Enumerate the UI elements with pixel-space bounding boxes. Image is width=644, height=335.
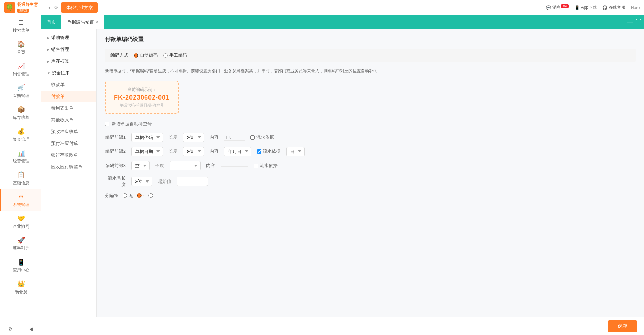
subnav-item-other-income[interactable]: 其他收入单 bbox=[41, 114, 96, 126]
sidebar-item-member[interactable]: 👑 畅会员 bbox=[0, 277, 41, 298]
serial-check-1-input[interactable] bbox=[250, 135, 255, 140]
tab-home[interactable]: 首页 bbox=[41, 15, 61, 29]
sidebar-item-purchase[interactable]: 🛒 采购管理 bbox=[0, 81, 41, 102]
serial-length-select[interactable]: 3位 bbox=[131, 177, 152, 186]
top-bar-search: ▾ ⚙ 体验行业方案 bbox=[48, 2, 543, 13]
auto-fill-checkbox[interactable] bbox=[105, 122, 109, 126]
user-info[interactable]: Nare bbox=[631, 5, 640, 10]
sidebar-item-search[interactable]: ☰ 搜索菜单 bbox=[0, 15, 41, 37]
subnav-item-pre-payment[interactable]: 预付冲应付单 bbox=[41, 138, 96, 149]
headset-icon: 🎧 bbox=[602, 5, 607, 10]
subnav-item-pre-receipt[interactable]: 预收冲应收单 bbox=[41, 126, 96, 138]
sidebar-collapse-icon[interactable]: ◀ bbox=[29, 326, 33, 332]
prefix2-select[interactable]: 单据日期 bbox=[131, 147, 163, 156]
subnav-item-payment[interactable]: 付款单 bbox=[41, 91, 96, 102]
apps-icon: 📱 bbox=[17, 258, 25, 266]
maximize-icon[interactable]: ⛶ bbox=[636, 19, 641, 25]
content2-label: 内容 bbox=[210, 148, 219, 155]
serial-row: 流水号长度 3位 起始值 bbox=[105, 175, 636, 188]
prefix2-label: 编码前缀2 bbox=[105, 148, 126, 155]
prefix3-select[interactable]: 空 bbox=[131, 161, 150, 170]
tab-expand: — ⛶ bbox=[627, 19, 644, 25]
subnav-item-receipt[interactable]: 收款单 bbox=[41, 79, 96, 91]
logo-icon: 🍀 bbox=[4, 2, 15, 13]
content1-value: FK bbox=[224, 134, 245, 141]
app-download-action[interactable]: 📱 App下载 bbox=[575, 4, 597, 10]
tab-close-icon[interactable]: × bbox=[96, 20, 98, 25]
encoding-mode-row: 编码方式 自动编码 手工编码 bbox=[105, 49, 636, 62]
home-icon: 🏠 bbox=[17, 40, 25, 48]
sidebar-item-inventory[interactable]: 📦 库存核算 bbox=[0, 102, 41, 124]
minimize-icon[interactable]: — bbox=[627, 19, 633, 25]
sidebar-item-guide[interactable]: 🚀 新手引导 bbox=[0, 233, 41, 255]
message-icon: 💬 bbox=[546, 5, 551, 10]
expand-icon[interactable]: ▾ bbox=[48, 5, 51, 10]
sidebar-item-system[interactable]: ⚙ 系统管理 bbox=[0, 189, 41, 211]
prefix-row-2: 编码前缀2 单据日期 长度 8位 内容 年月日 流水依据 bbox=[105, 147, 636, 156]
settings-icon[interactable]: ⚙ bbox=[54, 4, 58, 11]
unit2-select[interactable]: 日 bbox=[286, 147, 305, 156]
length1-select[interactable]: 2位 bbox=[183, 133, 204, 142]
start-label: 起始值 bbox=[158, 178, 171, 185]
phone-icon: 📱 bbox=[575, 5, 580, 10]
sep-none-option[interactable]: 无 bbox=[123, 193, 133, 199]
enterprise-icon: 🤝 bbox=[17, 215, 25, 222]
auto-encoding-option[interactable]: 自动编码 bbox=[134, 52, 158, 58]
sep-dot2-option[interactable]: · bbox=[148, 193, 156, 198]
length2-label: 长度 bbox=[169, 148, 177, 155]
tab-bar: 首页 单据编码设置 × — ⛶ bbox=[41, 15, 644, 29]
sidebar-item-management[interactable]: 📊 经营管理 bbox=[0, 146, 41, 168]
sub-nav: ▶ 采购管理 ▶ 销售管理 ▶ 库存核算 bbox=[41, 29, 97, 317]
subnav-header-inventory[interactable]: ▶ 库存核算 bbox=[41, 55, 96, 67]
length1-label: 长度 bbox=[169, 134, 177, 140]
length3-label: 长度 bbox=[155, 162, 164, 169]
guide-icon: 🚀 bbox=[17, 236, 25, 244]
subnav-header-purchase[interactable]: ▶ 采购管理 bbox=[41, 32, 96, 44]
arrow-right-icon: ▶ bbox=[47, 48, 50, 52]
tab-encoding[interactable]: 单据编码设置 × bbox=[61, 15, 104, 29]
sidebar: ☰ 搜索菜单 🏠 首页 📈 销售管理 🛒 采购管理 📦 库存核算 💰 资金管理 … bbox=[0, 15, 41, 335]
search-icon: ☰ bbox=[18, 19, 24, 26]
prefix-row-1: 编码前缀1 单据代码 长度 2位 内容 FK 流水依据 bbox=[105, 133, 636, 142]
sep-dot1-option[interactable]: · bbox=[137, 193, 144, 198]
content2-select[interactable]: 年月日 bbox=[224, 147, 251, 156]
trial-button[interactable]: 体验行业方案 bbox=[61, 2, 98, 13]
preview-desc: 单据代码-单据日期-流水号 bbox=[114, 103, 170, 108]
auto-fill-row: 新增单据自动补空号 bbox=[105, 121, 636, 127]
manual-encoding-option[interactable]: 手工编码 bbox=[163, 52, 187, 58]
content1-label: 内容 bbox=[210, 134, 219, 140]
length2-select[interactable]: 8位 bbox=[183, 147, 204, 156]
sidebar-item-home[interactable]: 🏠 首页 bbox=[0, 37, 41, 59]
sidebar-item-apps[interactable]: 📱 应用中心 bbox=[0, 255, 41, 277]
sidebar-item-sales[interactable]: 📈 销售管理 bbox=[0, 59, 41, 81]
sidebar-settings-icon[interactable]: ⚙ bbox=[8, 326, 12, 332]
subnav-item-expense[interactable]: 费用支出单 bbox=[41, 102, 96, 114]
subnav-group-capital: ▼ 资金往来 收款单 付款单 费用支出单 其他收入单 预收冲应收单 预付冲应付单… bbox=[41, 67, 96, 173]
content3-label: 内容 bbox=[206, 162, 215, 169]
start-value-input[interactable] bbox=[177, 177, 208, 186]
sidebar-item-enterprise[interactable]: 🤝 企业协同 bbox=[0, 211, 41, 233]
sidebar-item-finance[interactable]: 💰 资金管理 bbox=[0, 124, 41, 146]
info-text: 新增单据时，*单据编码*自动生成，不可编辑。前缀设置为部门、业务员等档案类，开单… bbox=[105, 67, 636, 75]
subnav-header-capital[interactable]: ▼ 资金往来 bbox=[41, 67, 96, 79]
sidebar-item-basics[interactable]: 📋 基础信息 bbox=[0, 168, 41, 189]
management-icon: 📊 bbox=[17, 149, 25, 157]
serial-check-2-input[interactable] bbox=[257, 149, 261, 154]
serial-check-3-input[interactable] bbox=[254, 164, 258, 168]
subnav-item-bank[interactable]: 银行存取款单 bbox=[41, 149, 96, 161]
message-action[interactable]: 💬 消息 99+ bbox=[546, 4, 569, 10]
system-icon: ⚙ bbox=[18, 193, 24, 201]
preview-label: 当前编码示例： bbox=[114, 87, 170, 93]
save-button[interactable]: 保存 bbox=[608, 320, 637, 332]
subnav-header-sales[interactable]: ▶ 销售管理 bbox=[41, 44, 96, 55]
separator-row: 分隔符 无 · · bbox=[105, 193, 636, 199]
sidebar-bottom: ⚙ ◀ bbox=[0, 323, 41, 335]
prefix1-select[interactable]: 单据代码 bbox=[131, 133, 163, 142]
purchase-icon: 🛒 bbox=[17, 84, 25, 92]
length3-select[interactable] bbox=[170, 161, 201, 170]
online-service-action[interactable]: 🎧 在线客服 bbox=[602, 4, 625, 10]
subnav-item-adjust[interactable]: 应收应付调整单 bbox=[41, 161, 96, 173]
content3-value bbox=[221, 165, 248, 167]
arrow-right-icon: ▶ bbox=[47, 36, 50, 40]
member-icon: 👑 bbox=[17, 280, 25, 288]
